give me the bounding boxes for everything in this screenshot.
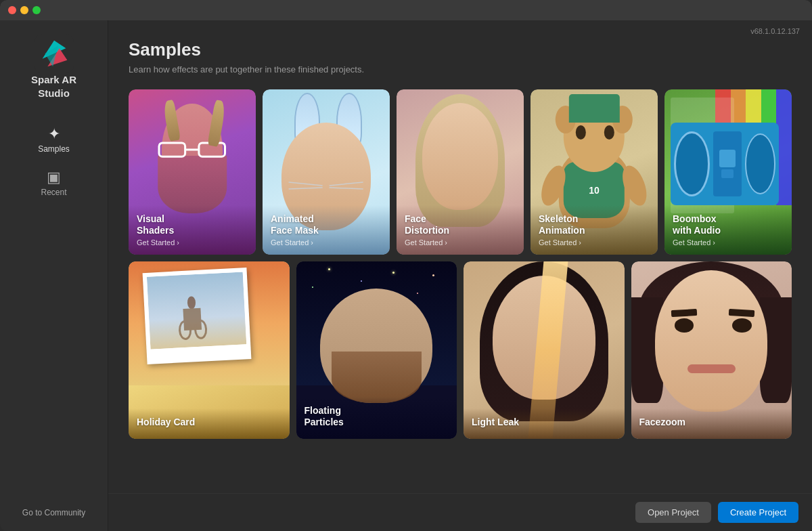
card-title-boombox-audio: Boomboxwith Audio <box>673 213 784 236</box>
app-body: Spark ARStudio ✦ Samples ▣ Recent Go to … <box>0 20 812 531</box>
go-community-button[interactable]: Go to Community <box>8 503 99 523</box>
sample-card-boombox-audio[interactable]: Boomboxwith Audio Get Started › <box>664 89 792 255</box>
minimize-button[interactable] <box>20 6 28 14</box>
svg-line-7 <box>330 188 363 189</box>
card-title-skeleton-animation: SkeletonAnimation <box>539 213 650 236</box>
sidebar-item-samples-label: Samples <box>38 144 70 154</box>
card-get-started-face-distortion: Get Started › <box>405 238 516 247</box>
version-label: v68.1.0.12.137 <box>750 27 800 35</box>
sidebar: Spark ARStudio ✦ Samples ▣ Recent Go to … <box>0 20 108 531</box>
samples-grid-row2: Holiday Card <box>129 261 792 438</box>
open-project-button[interactable]: Open Project <box>635 502 711 523</box>
card-title-facezoom: Facezoom <box>639 417 784 428</box>
card-title-holiday-card: Holiday Card <box>137 417 281 428</box>
sidebar-nav: ✦ Samples ▣ Recent <box>0 120 108 204</box>
card-get-started-visual-shaders: Get Started › <box>137 238 248 247</box>
sample-card-visual-shaders[interactable]: VisualShaders Get Started › <box>129 89 256 255</box>
fullscreen-button[interactable] <box>32 6 41 14</box>
card-title-animated-face-mask: AnimatedFace Mask <box>271 213 382 236</box>
sample-card-animated-face-mask[interactable]: AnimatedFace Mask Get Started › <box>263 89 390 255</box>
card-title-floating-particles: FloatingParticles <box>304 405 449 428</box>
svg-line-6 <box>330 182 363 186</box>
sample-card-light-leak[interactable]: Light Leak <box>464 261 625 438</box>
sample-card-floating-particles[interactable]: FloatingParticles <box>296 261 457 438</box>
sample-card-facezoom[interactable]: Facezoom <box>631 261 792 438</box>
card-title-visual-shaders: VisualShaders <box>137 213 248 236</box>
sample-card-face-distortion[interactable]: FaceDistortion Get Started › <box>397 89 524 255</box>
page-subtitle: Learn how effects are put together in th… <box>129 64 792 75</box>
samples-icon: ✦ <box>48 127 60 142</box>
sidebar-item-recent-label: Recent <box>41 188 66 197</box>
card-get-started-boombox-audio: Get Started › <box>673 238 784 247</box>
card-title-face-distortion: FaceDistortion <box>405 213 516 236</box>
title-bar <box>0 0 812 20</box>
spark-ar-logo <box>35 34 74 73</box>
sidebar-item-recent[interactable]: ▣ Recent <box>0 163 108 204</box>
sample-card-skeleton-animation[interactable]: 10 <box>531 89 658 255</box>
card-get-started-animated-face-mask: Get Started › <box>271 238 382 247</box>
sidebar-item-samples[interactable]: ✦ Samples <box>0 120 108 161</box>
svg-rect-1 <box>159 143 185 156</box>
logo-container: Spark ARStudio <box>31 34 76 100</box>
create-project-button[interactable]: Create Project <box>718 502 798 523</box>
svg-line-5 <box>289 188 323 189</box>
samples-grid-row1: VisualShaders Get Started › <box>129 89 792 255</box>
traffic-lights <box>8 6 41 14</box>
card-get-started-skeleton-animation: Get Started › <box>539 238 650 247</box>
page-title: Samples <box>129 39 792 60</box>
recent-icon: ▣ <box>47 170 61 185</box>
app-name: Spark ARStudio <box>31 73 76 100</box>
sample-card-holiday-card[interactable]: Holiday Card <box>129 261 290 438</box>
card-title-light-leak: Light Leak <box>472 417 616 428</box>
close-button[interactable] <box>8 6 16 14</box>
sidebar-bottom: Go to Community <box>0 494 108 531</box>
svg-line-4 <box>289 182 323 186</box>
main-content: v68.1.0.12.137 Samples Learn how effects… <box>108 20 812 531</box>
